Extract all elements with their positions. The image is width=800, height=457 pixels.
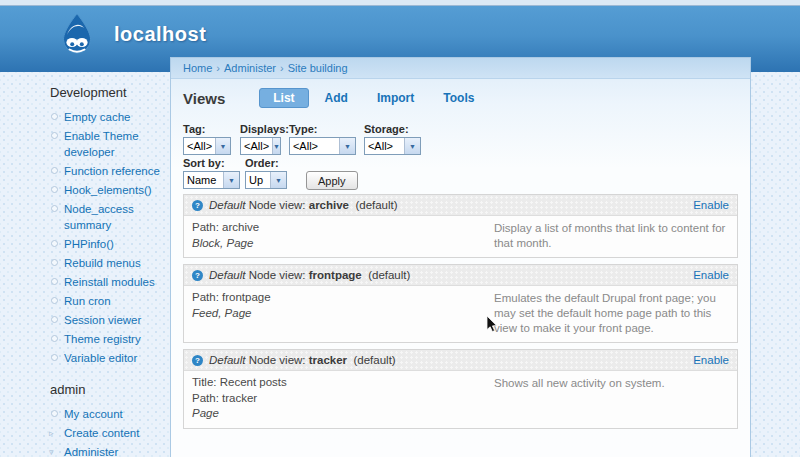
circle-bullet-icon xyxy=(51,113,58,120)
sidebar-item-empty-cache[interactable]: Empty cache xyxy=(50,109,170,125)
page-title-row: Views List Add Import Tools xyxy=(171,79,750,108)
type-select[interactable]: <All> ▼ xyxy=(289,137,356,155)
view-title: Title: Recent posts xyxy=(192,375,494,391)
filter-type: Type: <All> ▼ xyxy=(289,123,356,155)
view-type-label: Node view: xyxy=(249,354,306,366)
sidebar-section-admin: admin xyxy=(50,382,170,397)
tab-import[interactable]: Import xyxy=(377,91,414,105)
sidebar: Development Empty cache Enable Theme dev… xyxy=(0,72,170,457)
view-row-header: ? Default Node view: frontpage (default)… xyxy=(184,265,737,286)
sort-by-select[interactable]: Name ▼ xyxy=(183,171,240,189)
filter-order-label: Order: xyxy=(245,157,287,169)
displays-select[interactable]: <All> ▼ xyxy=(240,137,281,155)
sidebar-item-enable-theme-developer[interactable]: Enable Theme developer xyxy=(50,128,170,160)
filter-row-2: Sort by: Name ▼ Order: Up ▼ Apply xyxy=(183,157,738,190)
view-row-archive: ? Default Node view: archive (default) E… xyxy=(183,194,738,258)
expanded-arrow-icon: ▿ xyxy=(49,444,54,457)
enable-link[interactable]: Enable xyxy=(693,354,729,366)
filter-storage-label: Storage: xyxy=(364,123,421,135)
help-icon[interactable]: ? xyxy=(192,200,203,211)
view-default-prefix: Default xyxy=(209,199,245,211)
view-default-prefix: Default xyxy=(209,354,245,366)
circle-bullet-icon xyxy=(51,132,58,139)
chevron-down-icon: ▼ xyxy=(272,138,280,154)
filter-tag: Tag: <All> ▼ xyxy=(183,123,231,155)
view-default-prefix: Default xyxy=(209,269,245,281)
tag-select[interactable]: <All> ▼ xyxy=(183,137,231,155)
sidebar-item-node-access-summary[interactable]: Node_access summary xyxy=(50,201,170,233)
breadcrumb-administer[interactable]: Administer xyxy=(224,62,276,74)
breadcrumb-home[interactable]: Home xyxy=(183,62,212,74)
breadcrumb: Home›Administer›Site building xyxy=(171,58,750,79)
view-row-header: ? Default Node view: archive (default) E… xyxy=(184,195,737,216)
view-suffix: (default) xyxy=(354,354,396,366)
circle-bullet-icon xyxy=(51,354,58,361)
circle-bullet-icon xyxy=(51,205,58,212)
breadcrumb-separator: › xyxy=(276,62,288,74)
drupal-logo-icon xyxy=(54,12,100,58)
view-row-tracker: ? Default Node view: tracker (default) E… xyxy=(183,349,738,429)
view-path: Path: frontpage xyxy=(192,290,494,306)
view-description: Emulates the default Drupal front page; … xyxy=(494,290,729,336)
circle-bullet-icon xyxy=(51,278,58,285)
sidebar-item-phpinfo[interactable]: PHPinfo() xyxy=(50,236,170,252)
circle-bullet-icon xyxy=(51,335,58,342)
circle-bullet-icon xyxy=(51,259,58,266)
sidebar-item-administer[interactable]: ▿Administer xyxy=(50,444,170,457)
view-name: archive xyxy=(309,199,349,211)
circle-bullet-icon xyxy=(51,240,58,247)
storage-select[interactable]: <All> ▼ xyxy=(364,137,421,155)
filter-displays-label: Displays: xyxy=(240,123,289,135)
filter-storage: Storage: <All> ▼ xyxy=(364,123,421,155)
breadcrumb-site-building[interactable]: Site building xyxy=(288,62,348,74)
view-displays: Page xyxy=(192,406,494,422)
sidebar-item-function-reference[interactable]: Function reference xyxy=(50,163,170,179)
sidebar-item-my-account[interactable]: My account xyxy=(50,406,170,422)
chevron-down-icon: ▼ xyxy=(339,138,355,154)
order-select[interactable]: Up ▼ xyxy=(245,171,287,189)
sidebar-item-hook-elements[interactable]: Hook_elements() xyxy=(50,182,170,198)
sidebar-item-rebuild-menus[interactable]: Rebuild menus xyxy=(50,255,170,271)
sidebar-item-session-viewer[interactable]: Session viewer xyxy=(50,312,170,328)
site-name: localhost xyxy=(114,23,206,46)
chevron-down-icon: ▼ xyxy=(404,138,420,154)
circle-bullet-icon xyxy=(51,167,58,174)
circle-bullet-icon xyxy=(51,186,58,193)
sidebar-item-theme-registry[interactable]: Theme registry xyxy=(50,331,170,347)
content-panel: Home›Administer›Site building Views List… xyxy=(170,57,751,457)
circle-bullet-icon xyxy=(51,410,58,417)
view-row-header: ? Default Node view: tracker (default) E… xyxy=(184,350,737,371)
view-description: Shows all new activity on system. xyxy=(494,375,729,422)
view-path: Path: tracker xyxy=(192,391,494,407)
view-name: tracker xyxy=(309,354,347,366)
help-icon[interactable]: ? xyxy=(192,270,203,281)
view-suffix: (default) xyxy=(368,269,410,281)
view-type-label: Node view: xyxy=(249,199,306,211)
sidebar-section-development: Development xyxy=(50,85,170,100)
view-description: Display a list of months that link to co… xyxy=(494,220,729,251)
tab-list[interactable]: List xyxy=(259,88,308,108)
sidebar-item-reinstall-modules[interactable]: Reinstall modules xyxy=(50,274,170,290)
chevron-down-icon: ▼ xyxy=(270,172,286,188)
view-suffix: (default) xyxy=(355,199,397,211)
enable-link[interactable]: Enable xyxy=(693,199,729,211)
filter-tag-label: Tag: xyxy=(183,123,231,135)
filter-displays: Displays: <All> ▼ xyxy=(240,123,289,155)
apply-button[interactable]: Apply xyxy=(306,171,358,190)
filter-type-label: Type: xyxy=(289,123,356,135)
tab-tools[interactable]: Tools xyxy=(443,91,474,105)
circle-bullet-icon xyxy=(51,316,58,323)
view-type-label: Node view: xyxy=(249,269,306,281)
filters: Tag: <All> ▼ Displays: <All> ▼ Type: <Al… xyxy=(171,108,750,190)
collapsed-arrow-icon: ▹ xyxy=(49,425,54,441)
enable-link[interactable]: Enable xyxy=(693,269,729,281)
circle-bullet-icon xyxy=(51,297,58,304)
help-icon[interactable]: ? xyxy=(192,355,203,366)
filter-row-1: Tag: <All> ▼ Displays: <All> ▼ Type: <Al… xyxy=(183,123,738,155)
sidebar-item-run-cron[interactable]: Run cron xyxy=(50,293,170,309)
views-list: ? Default Node view: archive (default) E… xyxy=(171,190,750,429)
sidebar-item-create-content[interactable]: ▹Create content xyxy=(50,425,170,441)
sidebar-item-variable-editor[interactable]: Variable editor xyxy=(50,350,170,366)
tab-add[interactable]: Add xyxy=(325,91,348,105)
chevron-down-icon: ▼ xyxy=(215,138,230,154)
